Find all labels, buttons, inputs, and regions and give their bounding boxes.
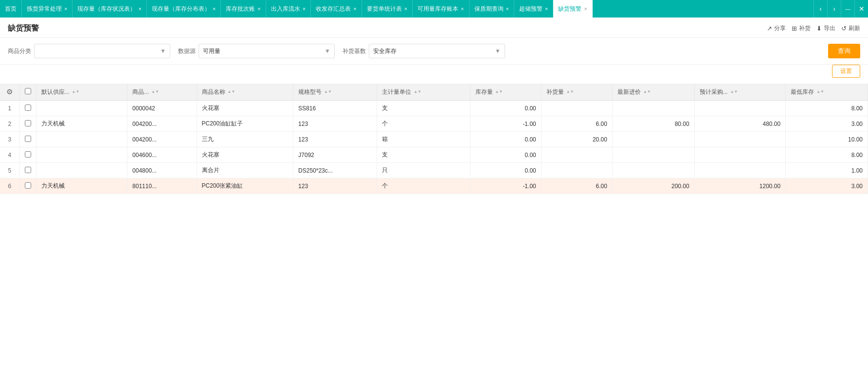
- query-button[interactable]: 查询: [828, 44, 860, 58]
- col-product-code-header[interactable]: 商品... ▲▼: [127, 84, 197, 101]
- datasource-label: 数据源: [178, 47, 196, 55]
- row-checkbox-6[interactable]: [25, 182, 31, 189]
- row-price-5: [612, 163, 694, 178]
- tab-stockout[interactable]: 缺货预警 ×: [553, 0, 592, 18]
- row-check-2[interactable]: [19, 116, 36, 132]
- col-replenish-header[interactable]: 补货量 ▲▼: [541, 84, 612, 101]
- sort-spec-icon: ▲▼: [324, 90, 332, 94]
- close-tab-10[interactable]: ×: [545, 6, 548, 12]
- tab-expiry-query[interactable]: 保质期查询 ×: [470, 0, 514, 18]
- row-num-6: 6: [0, 178, 19, 194]
- sort-stock-icon: ▲▼: [495, 90, 503, 94]
- col-min-stock-header[interactable]: 最低库存 ▲▼: [786, 84, 868, 101]
- nav-minimize-btn[interactable]: —: [841, 0, 854, 18]
- row-spec-4: J7092: [293, 147, 377, 163]
- row-min-stock-4: 8.00: [786, 147, 868, 163]
- close-tab-4[interactable]: ×: [257, 6, 260, 12]
- page-header: 缺货预警 ↗ 分享 ⊞ 补货 ⬇ 导出 ↺ 刷新: [0, 18, 868, 38]
- row-checkbox-1[interactable]: [25, 105, 31, 111]
- tab-overstock[interactable]: 超储预警 ×: [514, 0, 553, 18]
- tab-stock-dist[interactable]: 现存量（库存分布表） ×: [147, 0, 221, 18]
- tab-demand-stats[interactable]: 要货单统计表 ×: [362, 0, 413, 18]
- table-row: 3 004200... 三九 123 箱 0.00 20.00 10.00: [0, 132, 868, 147]
- sort-name-icon: ▲▼: [228, 90, 235, 94]
- tab-home[interactable]: 首页: [0, 0, 22, 18]
- row-supplier-2: 力天机械: [36, 116, 127, 132]
- tab-batch-account[interactable]: 库存批次账 ×: [221, 0, 266, 18]
- sort-min-icon: ▲▼: [816, 90, 824, 94]
- sort-est-icon: ▲▼: [730, 90, 738, 94]
- refresh-btn[interactable]: ↺ 刷新: [841, 24, 860, 33]
- col-unit-header[interactable]: 主计量单位 ▲▼: [377, 84, 470, 101]
- row-check-1[interactable]: [19, 101, 36, 116]
- close-tab-9[interactable]: ×: [506, 6, 509, 12]
- row-replenish-4: [541, 147, 612, 163]
- table-row: 5 004800... 离合片 DS250*23c... 只 0.00 1.00: [0, 163, 868, 178]
- datasource-select[interactable]: 可用量 ▼: [199, 44, 335, 58]
- category-arrow-icon: ▼: [160, 48, 166, 54]
- nav-next-btn[interactable]: ›: [827, 0, 841, 18]
- replenish-icon: ⊞: [792, 25, 797, 32]
- row-checkbox-3[interactable]: [25, 136, 31, 142]
- row-check-5[interactable]: [19, 163, 36, 178]
- category-label: 商品分类: [8, 47, 31, 55]
- row-checkbox-5[interactable]: [25, 167, 31, 173]
- replenish-basis-arrow-icon: ▼: [495, 48, 501, 54]
- row-unit-5: 只: [377, 163, 470, 178]
- close-tab-11[interactable]: ×: [584, 6, 587, 12]
- nav-prev-btn[interactable]: ‹: [814, 0, 827, 18]
- row-check-4[interactable]: [19, 147, 36, 163]
- col-product-name-header[interactable]: 商品名称 ▲▼: [197, 84, 293, 101]
- close-tab-1[interactable]: ×: [64, 6, 67, 12]
- close-tab-2[interactable]: ×: [138, 6, 141, 12]
- nav-close-btn[interactable]: ✕: [854, 0, 868, 18]
- tab-stock-status[interactable]: 现存量（库存状况表） ×: [72, 0, 146, 18]
- close-tab-3[interactable]: ×: [213, 6, 216, 12]
- tab-available-ledger[interactable]: 可用量库存账本 ×: [413, 0, 469, 18]
- filter-bar: 商品分类 ▼ 数据源 可用量 ▼ 补货基数 安全库存 ▼ 查询: [0, 38, 868, 65]
- row-name-2: PC200油缸缸子: [197, 116, 293, 132]
- replenish-basis-select[interactable]: 安全库存 ▼: [369, 44, 505, 58]
- col-supplier-header[interactable]: 默认供应... ▲▼: [36, 84, 127, 101]
- row-stock-3: 0.00: [470, 132, 541, 147]
- category-select[interactable]: ▼: [34, 44, 170, 58]
- row-name-3: 三九: [197, 132, 293, 147]
- tab-pick-exception[interactable]: 拣货异常处理 ×: [22, 0, 72, 18]
- share-btn[interactable]: ↗ 分享: [767, 24, 786, 33]
- row-supplier-4: [36, 147, 127, 163]
- col-stock-header[interactable]: 库存量 ▲▼: [470, 84, 541, 101]
- row-checkbox-4[interactable]: [25, 151, 31, 158]
- col-price-header[interactable]: 最新进价 ▲▼: [612, 84, 694, 101]
- col-spec-header[interactable]: 规格型号 ▲▼: [293, 84, 377, 101]
- replenish-btn[interactable]: ⊞ 补货: [792, 24, 811, 33]
- row-num-4: 4: [0, 147, 19, 163]
- row-price-6: 200.00: [612, 178, 694, 194]
- row-est-purchase-5: [694, 163, 786, 178]
- row-supplier-6: 力天机械: [36, 178, 127, 194]
- row-code-1: 0000042: [127, 101, 197, 116]
- gear-icon[interactable]: ⚙: [6, 88, 13, 96]
- row-code-5: 004800...: [127, 163, 197, 178]
- tab-recv-summary[interactable]: 收发存汇总表 ×: [311, 0, 362, 18]
- row-replenish-5: [541, 163, 612, 178]
- tab-inout-flow[interactable]: 出入库流水 ×: [266, 0, 311, 18]
- row-checkbox-2[interactable]: [25, 120, 31, 126]
- row-supplier-5: [36, 163, 127, 178]
- export-btn[interactable]: ⬇ 导出: [816, 24, 835, 33]
- close-tab-8[interactable]: ×: [461, 6, 464, 12]
- row-price-1: [612, 101, 694, 116]
- settings-button[interactable]: 设置: [832, 65, 860, 78]
- row-check-3[interactable]: [19, 132, 36, 147]
- close-tab-6[interactable]: ×: [353, 6, 356, 12]
- row-code-4: 004600...: [127, 147, 197, 163]
- col-est-purchase-header[interactable]: 预计采购... ▲▼: [694, 84, 786, 101]
- top-nav: 首页 拣货异常处理 × 现存量（库存状况表） × 现存量（库存分布表） × 库存…: [0, 0, 868, 18]
- datasource-filter-group: 数据源 可用量 ▼: [178, 44, 335, 58]
- sort-code-icon: ▲▼: [151, 90, 159, 94]
- row-check-6[interactable]: [19, 178, 36, 194]
- table-container: ⚙ 默认供应... ▲▼ 商品... ▲▼: [0, 84, 868, 194]
- close-tab-7[interactable]: ×: [404, 6, 407, 12]
- select-all-checkbox[interactable]: [25, 88, 31, 94]
- close-tab-5[interactable]: ×: [303, 6, 306, 12]
- row-price-3: [612, 132, 694, 147]
